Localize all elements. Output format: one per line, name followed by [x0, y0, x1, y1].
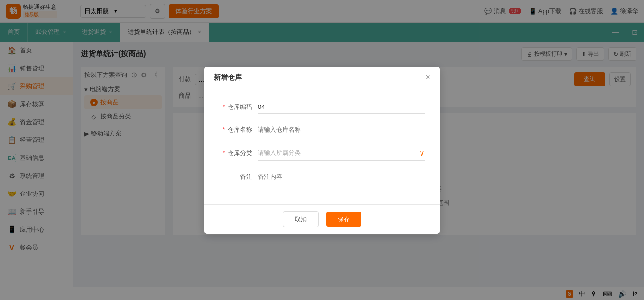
- dialog-title: 新增仓库: [214, 73, 242, 82]
- note-label: 备注: [219, 173, 252, 181]
- name-input[interactable]: [258, 123, 425, 136]
- dialog-header: 新增仓库 ×: [204, 67, 440, 89]
- save-button[interactable]: 保存: [326, 212, 361, 227]
- dialog-footer: 取消 保存: [204, 204, 440, 234]
- code-field-row: * 仓库编码: [219, 100, 425, 114]
- code-label: * 仓库编码: [219, 103, 252, 111]
- cancel-button[interactable]: 取消: [283, 211, 319, 227]
- category-field-row: * 仓库分类 请输入所属分类 ∨: [219, 146, 425, 161]
- name-required-mark: *: [223, 126, 225, 133]
- modal-overlay: 新增仓库 × * 仓库编码 * 仓库名称: [0, 0, 644, 300]
- code-input[interactable]: [258, 100, 425, 114]
- category-placeholder: 请输入所属分类: [258, 149, 301, 157]
- dialog-body: * 仓库编码 * 仓库名称 * 仓库分类 请输入所属: [204, 89, 440, 204]
- category-select[interactable]: 请输入所属分类 ∨: [258, 146, 425, 161]
- category-label: * 仓库分类: [219, 149, 252, 158]
- name-label: * 仓库名称: [219, 125, 252, 134]
- note-input[interactable]: [258, 170, 425, 183]
- new-warehouse-dialog: 新增仓库 × * 仓库编码 * 仓库名称: [204, 67, 440, 234]
- category-dropdown-icon: ∨: [419, 149, 425, 158]
- category-required-mark: *: [223, 150, 225, 157]
- name-field-row: * 仓库名称: [219, 123, 425, 136]
- note-field-row: 备注: [219, 170, 425, 183]
- code-required-mark: *: [223, 103, 225, 110]
- dialog-close-icon[interactable]: ×: [425, 73, 430, 82]
